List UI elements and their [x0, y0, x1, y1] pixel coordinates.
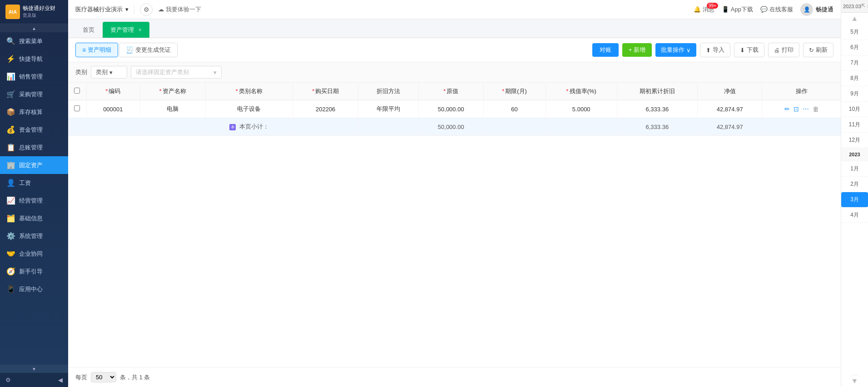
logo-text: 畅捷通好业财	[23, 5, 55, 12]
edit-button[interactable]: ✏	[784, 105, 790, 113]
company-dropdown-icon: ▾	[125, 6, 129, 13]
collapse-icon[interactable]: ◀	[58, 377, 63, 383]
sidebar-item-purchase[interactable]: 🛒 采购管理	[0, 85, 68, 103]
import-button[interactable]: ⬆ 导入	[700, 43, 730, 57]
sidebar-item-label: 新手引导	[19, 268, 43, 276]
logo-icon: AtA	[5, 5, 20, 19]
sidebar-menu: 🔍 搜索菜单 ⚡ 快捷导航 📊 销售管理 🛒 采购管理 📦 库存核算 💰 资金管…	[0, 32, 68, 365]
user-area[interactable]: 👤 畅捷通	[800, 3, 833, 16]
sidebar-item-collab[interactable]: 🤝 企业协同	[0, 245, 68, 263]
reconcile-button[interactable]: 对账	[592, 43, 619, 57]
month-item-2[interactable]: 2月	[841, 177, 868, 192]
sidebar-item-operations[interactable]: 📈 经营管理	[0, 192, 68, 209]
select-all-checkbox[interactable]	[74, 88, 80, 94]
sidebar-item-fixed[interactable]: 🏢 固定资产	[0, 156, 68, 174]
sidebar-item-quicknav[interactable]: ⚡ 快捷导航	[0, 50, 68, 68]
sub-tab-voucher[interactable]: 🧾 变更生成凭证	[119, 43, 178, 57]
month-item-9[interactable]: 9月	[841, 86, 868, 102]
col-header-purchase-date: *购买日期	[293, 83, 358, 100]
sidebar-item-label: 资金管理	[19, 126, 43, 134]
sidebar-scroll-down[interactable]: ▼	[0, 365, 68, 373]
company-name: 医疗器械行业演示	[75, 5, 123, 14]
service-icon: 💬	[760, 6, 768, 13]
tab-home[interactable]: 首页	[75, 22, 102, 38]
sidebar-item-label: 工资	[19, 179, 31, 187]
experience-label: 我要体验一下	[166, 5, 201, 14]
header-right: 🔔 消息 99+ 📱 App下载 💬 在线客服 👤 畅捷通	[694, 3, 833, 16]
col-header-original-value: *原值	[418, 83, 483, 100]
sidebar-item-label: 企业协同	[19, 250, 43, 258]
category-input-placeholder: 请选择固定资产类别	[136, 68, 189, 76]
panel-down-arrow[interactable]: ▼	[851, 377, 858, 385]
sidebar-scroll-up[interactable]: ▲	[0, 24, 68, 32]
category-input[interactable]: 请选择固定资产类别 ▾	[131, 66, 222, 79]
category-select-arrow: ▾	[109, 69, 113, 76]
app-download-label: App下载	[731, 5, 753, 14]
company-selector[interactable]: 医疗器械行业演示 ▾	[75, 5, 129, 14]
month-item-7[interactable]: 7月	[841, 55, 868, 71]
month-item-5[interactable]: 5月	[841, 25, 868, 40]
refresh-button[interactable]: ↻ 刷新	[803, 43, 833, 57]
experience-button[interactable]: ☁ 我要体验一下	[158, 5, 201, 14]
list-icon: ≡	[82, 46, 86, 54]
sidebar-item-system[interactable]: ⚙️ 系统管理	[0, 227, 68, 245]
settings-icon[interactable]: ⚙	[5, 377, 11, 383]
year-2023-label: 2023	[841, 148, 868, 161]
sub-tabs: ≡ 资产明细 🧾 变更生成凭证	[75, 43, 178, 57]
batch-button[interactable]: 批量操作 ∨	[655, 43, 696, 57]
subtotal-original-value: 50,000.00	[418, 118, 483, 136]
delete-button[interactable]: 🗑	[813, 105, 819, 113]
tab-close-icon[interactable]: ×	[139, 27, 142, 33]
avatar: 👤	[800, 3, 813, 16]
panel-up-arrow[interactable]: ▲	[851, 15, 858, 23]
online-service-button[interactable]: 💬 在线客服	[760, 5, 793, 14]
sidebar-item-guide[interactable]: 🧭 新手引导	[0, 263, 68, 280]
sidebar: AtA 畅捷通好业财 普及版 ▲ 🔍 搜索菜单 ⚡ 快捷导航 📊 销售管理 🛒 …	[0, 0, 68, 387]
bell-icon: 🔔	[694, 6, 701, 13]
notifications-button[interactable]: 🔔 消息 99+	[694, 5, 714, 14]
sidebar-item-capital[interactable]: 💰 资金管理	[0, 121, 68, 139]
sidebar-item-inventory[interactable]: 📦 库存核算	[0, 103, 68, 121]
subtotal-accumulated: 6,333.36	[617, 118, 697, 136]
settings-button[interactable]: ⚙	[140, 3, 153, 16]
total-label: 条，共 1 条	[120, 373, 150, 382]
month-item-8[interactable]: 8月	[841, 71, 868, 86]
sidebar-item-sales[interactable]: 📊 销售管理	[0, 68, 68, 85]
apps-icon: 📱	[6, 285, 15, 293]
month-item-10[interactable]: 10月	[841, 102, 868, 117]
app-download-button[interactable]: 📱 App下载	[722, 5, 753, 14]
right-panel-expand-icon[interactable]: ⇱	[861, 3, 865, 10]
sidebar-item-payroll[interactable]: 👤 工资	[0, 174, 68, 192]
row-original-value: 50,000.00	[418, 100, 483, 118]
new-button[interactable]: + 新增	[622, 43, 652, 57]
sidebar-item-label: 销售管理	[19, 73, 43, 81]
row-period: 60	[483, 100, 546, 118]
toolbar-right: 对账 + 新增 批量操作 ∨ ⬆ 导入 ⬇ 下载 🖨 打	[592, 43, 833, 57]
month-item-4[interactable]: 4月	[841, 208, 868, 223]
category-select[interactable]: 类别 ▾	[91, 66, 127, 79]
download-button[interactable]: ⬇ 下载	[734, 43, 764, 57]
page-size-select[interactable]: 50 10 20 100	[91, 372, 116, 382]
month-item-11[interactable]: 11月	[841, 117, 868, 133]
sales-icon: 📊	[6, 72, 15, 81]
sidebar-item-search[interactable]: 🔍 搜索菜单	[0, 32, 68, 50]
sidebar-item-apps[interactable]: 📱 应用中心	[0, 280, 68, 298]
copy-button[interactable]: ⊡	[794, 105, 799, 113]
tab-asset-management[interactable]: 资产管理 ×	[103, 22, 149, 38]
sidebar-item-base[interactable]: 🗂️ 基础信息	[0, 209, 68, 227]
sidebar-item-ledger[interactable]: 📋 总账管理	[0, 139, 68, 156]
month-item-6[interactable]: 6月	[841, 40, 868, 55]
row-checkbox[interactable]	[74, 105, 80, 111]
month-item-1[interactable]: 1月	[841, 161, 868, 177]
sidebar-item-label: 基础信息	[19, 214, 43, 223]
right-panel-header: 2023.03 ⇱ ×	[841, 0, 868, 13]
row-net-value: 42,874.97	[697, 100, 762, 118]
print-button[interactable]: 🖨 打印	[768, 43, 799, 57]
right-panel-year: 2023.03	[843, 4, 861, 9]
row-depreciation: 年限平均	[358, 100, 418, 118]
month-item-3-active[interactable]: 3月	[841, 192, 868, 208]
more-button[interactable]: ⋯	[803, 105, 809, 113]
voucher-icon: 🧾	[126, 46, 134, 54]
month-item-12[interactable]: 12月	[841, 133, 868, 148]
sub-tab-asset-detail[interactable]: ≡ 资产明细	[75, 43, 118, 57]
